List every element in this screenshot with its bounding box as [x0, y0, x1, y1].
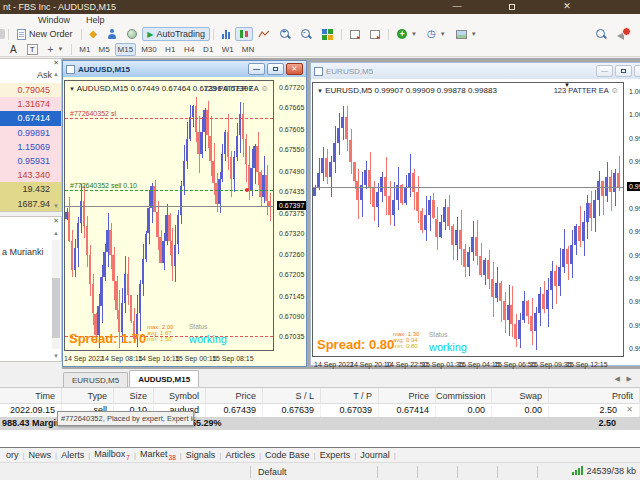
position-line[interactable] — [65, 190, 273, 191]
column-header-profit[interactable]: Profit — [549, 388, 640, 404]
ea-smiley-icon[interactable]: ☺ — [261, 84, 269, 93]
bar-chart-mode-button[interactable] — [217, 27, 235, 41]
scrollbar[interactable] — [52, 240, 60, 349]
market-watch-row[interactable]: 1687.94 — [0, 197, 61, 211]
price-axis[interactable]: 0.677200.676650.676050.675500.674900.674… — [276, 80, 306, 351]
toolbox-tab-mailbox[interactable]: Mailbox7 — [90, 449, 134, 461]
toolbox-tab-journal[interactable]: Journal — [356, 450, 394, 460]
tab-scroll-right-icon[interactable]: ▶ — [627, 375, 632, 383]
tab-scroll-left-icon[interactable]: ◀ — [615, 375, 620, 383]
market-watch-row[interactable]: 1.31674 — [0, 97, 61, 111]
timeframe-m1[interactable]: M1 — [76, 43, 93, 56]
column-header-symbol[interactable]: Symbol — [154, 388, 206, 404]
timeframe-d1[interactable]: D1 — [200, 43, 217, 56]
profile-name[interactable]: Default — [258, 467, 287, 477]
chart-window-titlebar[interactable]: AUDUSD,M15 — ✕ — [63, 61, 306, 77]
menu-window[interactable]: Window — [30, 15, 78, 25]
close-position-button[interactable]: ✕ — [626, 404, 633, 417]
scrollbar-thumb[interactable] — [52, 278, 60, 338]
time-axis[interactable]: 14 Sep 202214 Sep 20:1014 Sep 22:5015 Se… — [312, 359, 624, 369]
toolbox-tab-signals[interactable]: Signals — [182, 450, 220, 460]
indicators-dropdown[interactable]: +▼ — [392, 27, 422, 41]
toolbox-tab-code-base[interactable]: Code Base — [261, 450, 314, 460]
minimize-button[interactable]: — — [437, 0, 477, 14]
market-watch-row[interactable]: 0.99891 — [0, 126, 61, 140]
text-tool-button[interactable]: T — [22, 42, 43, 56]
column-header-s-l[interactable]: S / L — [263, 388, 321, 404]
toolbox-tab-ory[interactable]: ory — [2, 450, 23, 460]
column-header-commission[interactable]: Commission — [436, 388, 492, 404]
new-order-button[interactable]: New Order — [12, 27, 78, 41]
crosshair-dropdown[interactable]: +▼ — [43, 42, 69, 56]
column-header-size[interactable]: Size — [114, 388, 154, 404]
column-header-t-p[interactable]: T / P — [321, 388, 379, 404]
autotrading-button[interactable]: ▶AutoTrading — [142, 27, 210, 41]
toolbox-tab-alerts[interactable]: Alerts — [57, 450, 88, 460]
restore-button[interactable] — [267, 63, 284, 75]
notifications-button[interactable] — [612, 27, 634, 41]
column-header-swap[interactable]: Swap — [492, 388, 549, 404]
zoom-in-button[interactable]: + — [275, 27, 296, 41]
chart-client-area[interactable]: ▼ EURUSD,M5 0.99907 0.99909 0.99878 0.99… — [311, 79, 640, 365]
news-item[interactable]: a Murianki — [2, 247, 44, 257]
minimize-button[interactable]: — — [248, 63, 265, 75]
minimize-button[interactable]: — — [596, 65, 613, 77]
scroll-up-icon[interactable]: ▲ — [53, 71, 59, 77]
close-icon[interactable]: ✕ — [53, 59, 59, 67]
toolbox-tab-news[interactable]: News — [25, 450, 56, 460]
timeframe-mn[interactable]: MN — [239, 43, 257, 56]
column-header-type[interactable]: Type — [62, 388, 114, 404]
account-button[interactable] — [102, 27, 122, 41]
timeframe-h1[interactable]: H1 — [162, 43, 179, 56]
close-icon[interactable]: ✕ — [53, 217, 59, 225]
audusd-plot[interactable]: ▼ AUDUSD,M15 0.67449 0.67464 0.67396 0.6… — [64, 80, 274, 351]
market-watch-row[interactable]: 19.432 — [0, 182, 61, 196]
close-button[interactable]: ✕ — [286, 63, 303, 75]
audusd-chart-window[interactable]: AUDUSD,M15 — ✕ ▼ AUDUSD,M15 0.67449 0.67… — [62, 60, 307, 367]
market-watch-row[interactable]: 0.79045 — [0, 83, 61, 97]
toolbox-tab-experts[interactable]: Experts — [316, 450, 355, 460]
toolbox-tab-articles[interactable]: Articles — [221, 450, 259, 460]
chart-window-titlebar[interactable]: EURUSD,M5 — ✕ — [311, 63, 640, 79]
arrange-window-button-2[interactable] — [365, 27, 385, 41]
eurusd-chart-window[interactable]: EURUSD,M5 — ✕ ▼ EURUSD,M5 0.99907 0.9990… — [310, 62, 640, 366]
eurusd-plot[interactable]: ▼ EURUSD,M5 0.99907 0.99909 0.99878 0.99… — [312, 82, 624, 357]
timeframe-m15[interactable]: M15 — [115, 43, 137, 56]
arrange-window-button[interactable] — [345, 27, 365, 41]
scroll-down-icon[interactable]: ▼ — [53, 353, 59, 359]
titlebar[interactable]: nt - FBS Inc - AUDUSD,M15 — ✕ — [0, 0, 640, 14]
menu-help[interactable]: Help — [78, 15, 113, 25]
web-button[interactable] — [122, 27, 142, 41]
timeframe-m30[interactable]: M30 — [138, 43, 160, 56]
tile-windows-button[interactable] — [317, 27, 338, 41]
timeframe-h4[interactable]: H4 — [181, 43, 198, 56]
line-chart-mode-button[interactable] — [253, 27, 275, 41]
price-axis[interactable]: 1.001.000.990.990.990.990.990.990.990.99… — [626, 82, 640, 357]
scroll-down-icon[interactable]: ▼ — [53, 203, 59, 209]
stop-loss-line[interactable] — [65, 118, 273, 119]
text-label-button[interactable]: A — [5, 42, 22, 56]
chart-tab-audusd-m15[interactable]: AUDUSD,M15 — [129, 370, 199, 387]
timeframe-w1[interactable]: W1 — [219, 43, 237, 56]
chart-tab-eurusd-m5[interactable]: EURUSD,M5 — [63, 372, 128, 387]
timeframe-m5[interactable]: M5 — [95, 43, 112, 56]
zoom-out-button[interactable]: - — [296, 27, 317, 41]
search-button[interactable] — [591, 27, 612, 41]
ea-smiley-icon[interactable]: ☺ — [611, 86, 619, 95]
toolbox-tab-market[interactable]: Market38 — [136, 449, 180, 461]
candle-chart-mode-button[interactable] — [235, 27, 253, 41]
column-header-price[interactable]: Price — [379, 388, 436, 404]
chart-shot-dropdown[interactable]: ▼ — [451, 27, 482, 41]
market-watch-row[interactable]: 143.340 — [0, 168, 61, 182]
chart-client-area[interactable]: ▼ AUDUSD,M15 0.67449 0.67464 0.67396 0.6… — [63, 77, 306, 366]
ask-column-header[interactable]: Ask — [0, 70, 52, 80]
market-watch-row[interactable]: 0.67414 — [0, 111, 61, 125]
close-button[interactable]: ✕ — [634, 65, 640, 77]
scroll-up-icon[interactable]: ▲ — [53, 230, 59, 236]
close-button[interactable]: ✕ — [547, 0, 587, 14]
gold-diamond-button[interactable]: ◆ — [85, 27, 103, 41]
market-watch-row[interactable]: 0.95931 — [0, 154, 61, 168]
period-dropdown[interactable]: ◷▼ — [422, 27, 451, 41]
column-header-price[interactable]: Price — [206, 388, 263, 404]
time-axis[interactable]: 14 Sep 202214 Sep 08:1514 Sep 16:1515 Se… — [64, 353, 274, 365]
